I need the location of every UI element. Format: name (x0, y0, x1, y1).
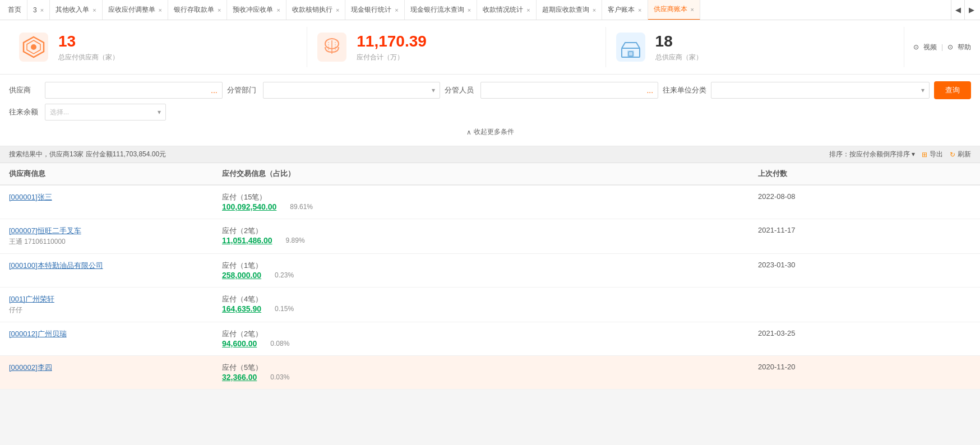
close-tab-customer-book[interactable]: × (638, 7, 641, 13)
person-input-wrap[interactable]: ... (480, 82, 658, 99)
lastpay-col-row2: 2021-11-17 (758, 226, 870, 234)
trans-amount-row6[interactable]: 32,366.00 (222, 373, 257, 382)
trans-amount-row3[interactable]: 258,000.00 (222, 271, 261, 280)
nav-tab-advance-ar[interactable]: 预收冲应收单× (227, 0, 286, 20)
transaction-col-row1: 应付（15笔）100,092,540.0089.61% (222, 192, 758, 211)
supplier-link-row5[interactable]: [000012]广州贝瑞 (9, 330, 67, 338)
close-tab-receipt-verify[interactable]: × (336, 7, 339, 13)
nav-tab-supplier-book[interactable]: 供应商账本× (648, 0, 700, 20)
trans-amount-row5[interactable]: 94,600.00 (222, 339, 257, 348)
supplier-input[interactable] (50, 86, 211, 94)
card3-icon (615, 31, 646, 63)
card3-info: 18 总供应商（家） (655, 32, 895, 63)
result-bar: 搜索结果中，供应商13家 应付金额111,703,854.00元 排序：按应付余… (0, 146, 980, 163)
supplier-ellipsis[interactable]: ... (211, 86, 218, 95)
nav-arrow-left[interactable]: ◀ (951, 0, 964, 20)
supplier-link-row3[interactable]: [000100]本特勤油品有限公司 (9, 261, 103, 270)
supplier-link-row2[interactable]: [000007]恒旺二手叉车 (9, 226, 81, 235)
trans-row-row3: 258,000.000.23% (222, 271, 758, 280)
close-tab-supplier-book[interactable]: × (691, 6, 694, 13)
close-tab-bank-deposit[interactable]: × (218, 7, 221, 13)
close-tab-other-income[interactable]: × (93, 7, 96, 13)
balance-placeholder: 选择... (50, 108, 69, 117)
table-row: [000012]广州贝瑞应付（2笔）94,600.000.08%2021-03-… (0, 322, 980, 356)
col-header-transaction: 应付交易信息（占比） (222, 169, 758, 179)
separator: | (941, 43, 943, 51)
transaction-col-row4: 应付（4笔）164,635.900.15% (222, 294, 758, 313)
sort-select[interactable]: 排序：按应付余额倒序排序 ▾ (829, 150, 915, 159)
close-tab-ar-ap-adjust[interactable]: × (159, 7, 162, 13)
supplier-link-row4[interactable]: [001]广州荣轩 (9, 295, 54, 303)
lastpay-date-row5: 2021-03-25 (758, 329, 870, 337)
trans-amount-row1[interactable]: 100,092,540.00 (222, 202, 276, 211)
table-row: [000002]李四应付（5笔）32,366.000.03%2020-11-20 (0, 356, 980, 390)
trans-row-row2: 11,051,486.009.89% (222, 236, 758, 245)
trans-label-row4: 应付（4笔） (222, 294, 758, 304)
table-row: [000007]恒旺二手叉车王通 17106110000应付（2笔）11,051… (0, 219, 980, 254)
collapse-label: 收起更多条件 (474, 127, 514, 137)
trans-amount-row2[interactable]: 11,051,486.00 (222, 236, 272, 245)
collapse-arrow-icon: ∧ (466, 128, 471, 136)
lastpay-date-row3: 2023-01-30 (758, 261, 870, 269)
trans-label-row1: 应付（15笔） (222, 192, 758, 202)
trans-label-row6: 应付（5笔） (222, 363, 758, 373)
close-tab-receipt-stat[interactable]: × (526, 7, 530, 13)
card2-value: 11,170.39 (357, 32, 596, 51)
trans-row-row1: 100,092,540.0089.61% (222, 202, 758, 211)
trans-row-row6: 32,366.000.03% (222, 373, 758, 382)
search-row-1: 供应商 ... 分管部门 ▾ 分管人员 ... 往来单位分类 (9, 81, 971, 99)
supplier-col-row4: [001]广州荣轩仔仔 (9, 294, 222, 315)
collapse-button[interactable]: ∧ 收起更多条件 (9, 125, 971, 139)
card3-label: 总供应商（家） (655, 53, 895, 62)
category-label: 往来单位分类 (663, 85, 706, 95)
supplier-link-row1[interactable]: [000001]张三 (9, 193, 52, 201)
table-header: 供应商信息 应付交易信息（占比） 上次付数 (0, 163, 980, 186)
nav-tab-tab3[interactable]: 3× (27, 0, 50, 20)
card2-label: 应付合计（万） (357, 53, 596, 62)
nav-tab-home[interactable]: 首页 (2, 0, 27, 20)
person-ellipsis[interactable]: ... (646, 86, 653, 95)
lastpay-date-row2: 2021-11-17 (758, 226, 870, 234)
nav-tab-ar-ap-adjust[interactable]: 应收应付调整单× (103, 0, 168, 20)
supplier-input-wrap[interactable]: ... (45, 82, 223, 99)
nav-tab-customer-book[interactable]: 客户账本× (602, 0, 648, 20)
table-body: [000001]张三应付（15笔）100,092,540.0089.61%202… (0, 186, 980, 390)
nav-tab-receipt-verify[interactable]: 收款核销执行× (286, 0, 345, 20)
refresh-button[interactable]: ↻ 刷新 (950, 150, 971, 159)
query-button[interactable]: 查询 (934, 81, 971, 99)
export-button[interactable]: ⊞ 导出 (922, 150, 943, 159)
collapse-row: ∧ 收起更多条件 (9, 125, 971, 139)
nav-tab-cash-bank-flow[interactable]: 现金银行流水查询× (405, 0, 477, 20)
supplier-sub-row4: 仔仔 (9, 305, 222, 315)
dept-dropdown[interactable]: ▾ (263, 82, 441, 99)
sort-label: 排序：按应付余额倒序排序 (829, 150, 910, 158)
nav-tab-cash-bank-stat[interactable]: 现金银行统计× (345, 0, 404, 20)
balance-dropdown[interactable]: 选择... ▾ (45, 104, 166, 120)
nav-tab-receipt-stat[interactable]: 收款情况统计× (477, 0, 536, 20)
trans-pct-row3: 0.23% (275, 271, 294, 279)
category-dropdown[interactable]: ▾ (711, 82, 930, 99)
person-input[interactable] (486, 86, 646, 94)
summary-bar: 13 总应付供应商（家） 11,170.39 应付合计（万） (0, 20, 980, 75)
main-table: 供应商信息 应付交易信息（占比） 上次付数 [000001]张三应付（15笔）1… (0, 163, 980, 390)
trans-amount-row4[interactable]: 164,635.90 (222, 304, 261, 313)
col-header-extra (870, 169, 971, 179)
supplier-link-row6[interactable]: [000002]李四 (9, 363, 52, 372)
transaction-col-row3: 应付（1笔）258,000.000.23% (222, 261, 758, 280)
nav-tab-overdue-ar[interactable]: 超期应收款查询× (537, 0, 602, 20)
close-tab-cash-bank-flow[interactable]: × (468, 7, 471, 13)
trans-pct-row4: 0.15% (275, 305, 294, 313)
dept-label: 分管部门 (227, 85, 258, 95)
close-tab-overdue-ar[interactable]: × (593, 7, 596, 13)
nav-tab-bank-deposit[interactable]: 银行存取款单× (168, 0, 227, 20)
card3-value: 18 (655, 32, 895, 51)
help-link[interactable]: 帮助 (958, 43, 971, 52)
nav-tab-other-income[interactable]: 其他收入单× (50, 0, 102, 20)
col-header-supplier: 供应商信息 (9, 169, 222, 179)
close-tab-advance-ar[interactable]: × (276, 7, 280, 13)
video-link[interactable]: 视频 (923, 43, 937, 52)
close-tab-tab3[interactable]: × (40, 7, 44, 13)
search-area: 供应商 ... 分管部门 ▾ 分管人员 ... 往来单位分类 (0, 75, 980, 146)
nav-arrow-right[interactable]: ▶ (964, 0, 978, 20)
close-tab-cash-bank-stat[interactable]: × (395, 7, 398, 13)
